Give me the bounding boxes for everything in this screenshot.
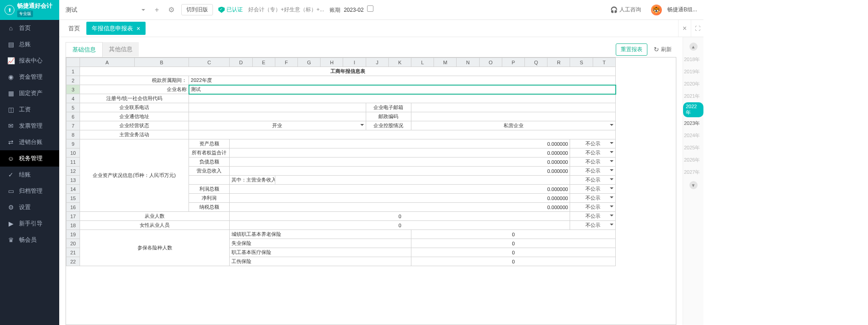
metric-total_liab-value[interactable]: 0.000000 (230, 158, 570, 167)
company-select[interactable]: 测试 (66, 4, 147, 16)
metric-net_profit[interactable]: 净利润 (189, 194, 230, 203)
sidebar-item-7[interactable]: ⇄进销台账 (0, 134, 59, 150)
expand-icon[interactable]: ⛶ (691, 20, 703, 37)
metric-total_revenue-value[interactable]: 0.000000 (230, 167, 570, 176)
metric-owner_equity[interactable]: 所有者权益合计 (189, 148, 230, 158)
main-biz-input[interactable] (189, 130, 616, 139)
col-header-A[interactable]: A (80, 58, 134, 67)
row-header-1[interactable]: 1 (66, 67, 80, 76)
blank[interactable] (189, 176, 230, 185)
brand-logo[interactable]: ⬆ 畅捷通好会计 专业版 (0, 0, 59, 20)
subtab-other[interactable]: 其他信息 (103, 42, 139, 57)
year-2019年[interactable]: 2019年 (683, 66, 703, 78)
sidebar-item-6[interactable]: ✉发票管理 (0, 118, 59, 134)
row-header-20[interactable]: 20 (66, 239, 80, 248)
sidebar-item-8[interactable]: ☺税务管理 (0, 150, 59, 167)
row-header-14[interactable]: 14 (66, 185, 80, 194)
female-label[interactable]: 女性从业人员 (80, 221, 230, 230)
col-header-C[interactable]: C (189, 58, 230, 67)
metric-total_profit-disclosure[interactable]: 不公示 (570, 185, 616, 194)
postal-label[interactable]: 邮政编码 (366, 112, 411, 121)
col-header-I[interactable]: I (343, 58, 366, 67)
metric-total_assets[interactable]: 资产总额 (189, 139, 230, 148)
row-header-22[interactable]: 22 (66, 257, 80, 266)
year-2021年[interactable]: 2021年 (683, 90, 703, 102)
reg-no-input[interactable] (189, 94, 616, 103)
sidebar-item-12[interactable]: ▶新手引导 (0, 215, 59, 232)
year-2027年[interactable]: 2027年 (683, 166, 703, 178)
holding-label[interactable]: 企业控股情况 (366, 121, 411, 130)
metric-total_assets-disclosure[interactable]: 不公示 (570, 139, 616, 148)
refresh-button[interactable]: 刷新 (654, 46, 672, 53)
insurance-medical-label[interactable]: 职工基本医疗保险 (230, 248, 411, 257)
settings-gear-icon[interactable]: ⚙ (167, 5, 176, 14)
year-down-icon[interactable]: ▼ (689, 181, 698, 189)
col-header-R[interactable]: R (547, 58, 570, 67)
metric-main_revenue_prefix[interactable]: 其中：主营业务收入 (230, 176, 275, 185)
row-header-9[interactable]: 9 (66, 139, 80, 148)
col-header-S[interactable]: S (570, 58, 593, 67)
op-status-label[interactable]: 企业经营状态 (80, 121, 189, 130)
metric-main_revenue_prefix-value[interactable] (275, 176, 570, 185)
row-header-4[interactable]: 4 (66, 94, 80, 103)
metric-main_revenue_prefix-disclosure[interactable]: 不公示 (570, 176, 616, 185)
support-link[interactable]: 人工咨询 (610, 6, 641, 14)
sidebar-item-2[interactable]: 📈报表中心 (0, 53, 59, 69)
row-header-21[interactable]: 21 (66, 248, 80, 257)
spreadsheet[interactable]: ABCDEFGHIJKLMNOPQRST 1工商年报信息表2税款所属期间：202… (66, 57, 676, 325)
col-header-K[interactable]: K (388, 58, 411, 67)
row-header-13[interactable]: 13 (66, 176, 80, 185)
row-header-19[interactable]: 19 (66, 230, 80, 239)
company-name-label[interactable]: 企业名称 (80, 85, 189, 94)
col-header-O[interactable]: O (479, 58, 502, 67)
sidebar-item-1[interactable]: ▤总账 (0, 36, 59, 53)
add-company-icon[interactable]: + (152, 5, 161, 14)
row-header-17[interactable]: 17 (66, 212, 80, 221)
col-header-L[interactable]: L (411, 58, 434, 67)
user-avatar[interactable]: 🐯 (651, 5, 662, 15)
tab-annual-report[interactable]: 年报信息申报表 × (86, 22, 146, 35)
metric-owner_equity-disclosure[interactable]: 不公示 (570, 148, 616, 158)
col-header-M[interactable]: M (434, 58, 457, 67)
col-header-J[interactable]: J (366, 58, 388, 67)
sidebar-item-4[interactable]: ▦固定资产 (0, 85, 59, 101)
main-biz-label[interactable]: 主营业务活动 (80, 130, 189, 139)
metric-total_tax-disclosure[interactable]: 不公示 (570, 203, 616, 212)
year-2026年[interactable]: 2026年 (683, 154, 703, 166)
holding-select[interactable]: 私营企业 (411, 121, 616, 130)
email-label[interactable]: 企业电子邮箱 (366, 103, 411, 112)
headcount-disclosure[interactable]: 不公示 (570, 212, 616, 221)
female-value[interactable]: 0 (230, 221, 570, 230)
tab-home[interactable]: 首页 (62, 20, 86, 37)
op-status-select[interactable]: 开业 (189, 121, 366, 130)
sidebar-item-5[interactable]: ◫工资 (0, 101, 59, 118)
headcount-value[interactable]: 0 (230, 212, 570, 221)
row-header-6[interactable]: 6 (66, 112, 80, 121)
sidebar-item-13[interactable]: ♛畅会员 (0, 232, 59, 248)
col-header-D[interactable]: D (230, 58, 252, 67)
email-input[interactable] (411, 103, 616, 112)
col-header-E[interactable]: E (252, 58, 275, 67)
col-header-H[interactable]: H (321, 58, 343, 67)
row-header-12[interactable]: 12 (66, 167, 80, 176)
sidebar-item-0[interactable]: ⌂首页 (0, 20, 59, 36)
metric-total_profit[interactable]: 利润总额 (189, 185, 230, 194)
metric-net_profit-disclosure[interactable]: 不公示 (570, 194, 616, 203)
year-2022年[interactable]: 2022年 (683, 102, 703, 117)
col-header-F[interactable]: F (275, 58, 297, 67)
subtab-basic[interactable]: 基础信息 (66, 42, 103, 57)
close-all-tabs-icon[interactable]: × (678, 20, 691, 37)
metric-total_revenue[interactable]: 营业总收入 (189, 167, 230, 176)
female-disclosure[interactable]: 不公示 (570, 221, 616, 230)
insurance-unemployment-label[interactable]: 失业保险 (230, 239, 411, 248)
postal-input[interactable] (411, 112, 616, 121)
year-2024年[interactable]: 2024年 (683, 129, 703, 142)
row-header-11[interactable]: 11 (66, 158, 80, 167)
insurance-pension-label[interactable]: 城镇职工基本养老保险 (230, 230, 411, 239)
metric-net_profit-value[interactable]: 0.000000 (230, 194, 570, 203)
column-headers[interactable]: ABCDEFGHIJKLMNOPQRST (66, 58, 616, 67)
reset-report-button[interactable]: 重置报表 (616, 43, 647, 56)
insurance-group-label[interactable]: 参保各险种人数 (80, 230, 230, 266)
year-2023年[interactable]: 2023年 (683, 117, 703, 129)
switch-old-version-button[interactable]: 切到旧版 (181, 4, 213, 15)
